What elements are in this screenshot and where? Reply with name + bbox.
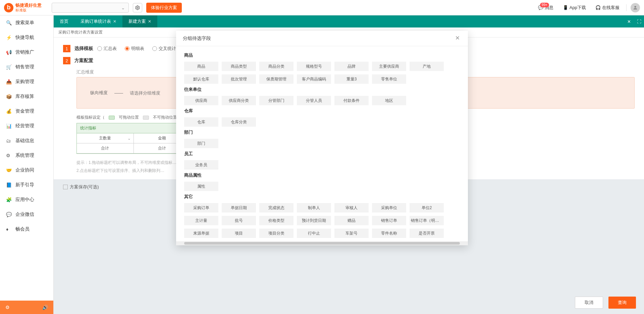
- field-group-title: 商品属性: [184, 172, 460, 178]
- field-group-title: 商品: [184, 52, 460, 58]
- field-chip[interactable]: 商品类型: [222, 62, 256, 71]
- field-chip[interactable]: 项目: [222, 229, 256, 238]
- modal-horizontal-scrollbar[interactable]: [176, 241, 468, 245]
- field-chip[interactable]: 商品分类: [259, 62, 293, 71]
- field-group-title: 其它: [184, 194, 460, 200]
- field-chip[interactable]: 批次管理: [222, 74, 256, 84]
- field-group: 员工业务员: [184, 151, 460, 170]
- field-chip[interactable]: 地区: [372, 96, 406, 105]
- field-group-title: 仓库: [184, 108, 460, 114]
- field-group: 部门部门: [184, 129, 460, 148]
- field-group: 商品属性属性: [184, 172, 460, 191]
- field-group: 其它采购订单单据日期完成状态制单人审核人采购单位单位2主计量批号价格类型预计到货…: [184, 194, 460, 238]
- field-chip[interactable]: 采购单位: [372, 203, 406, 212]
- field-chip[interactable]: 是否开票: [410, 229, 444, 238]
- field-chip[interactable]: 主计量: [184, 216, 218, 225]
- field-chip[interactable]: 审核人: [334, 203, 369, 212]
- field-group-title: 员工: [184, 151, 460, 157]
- field-chip[interactable]: 销售订单: [372, 216, 406, 225]
- field-chip[interactable]: 业务员: [184, 160, 218, 170]
- field-chip[interactable]: 供应商分类: [222, 96, 256, 105]
- field-chip[interactable]: 销售订单（明细）: [410, 216, 444, 225]
- field-chip[interactable]: 单位2: [410, 203, 444, 212]
- field-chip[interactable]: 采购订单: [184, 203, 218, 212]
- field-chip[interactable]: 完成状态: [259, 203, 293, 212]
- field-chip[interactable]: 单据日期: [222, 203, 256, 212]
- field-chip[interactable]: 零件名称: [372, 229, 406, 238]
- field-chip[interactable]: 客户商品编码: [297, 74, 331, 84]
- field-chip[interactable]: 品牌: [334, 62, 369, 71]
- field-chip[interactable]: 预计到货日期: [297, 216, 331, 225]
- field-chip[interactable]: 默认仓库: [184, 74, 218, 84]
- field-group: 商品商品商品类型商品分类规格型号品牌主要供应商产地默认仓库批次管理保质期管理客户…: [184, 52, 460, 84]
- field-chip[interactable]: 属性: [184, 182, 218, 191]
- field-group: 仓库仓库仓库分类: [184, 108, 460, 127]
- field-group-title: 往来单位: [184, 86, 460, 92]
- field-chip[interactable]: 分管人员: [297, 96, 331, 105]
- field-chip[interactable]: 主要供应商: [372, 62, 406, 71]
- field-chip[interactable]: 分管部门: [259, 96, 293, 105]
- field-chip[interactable]: 规格型号: [297, 62, 331, 71]
- field-group-title: 部门: [184, 129, 460, 135]
- modal-title: 分组待选字段: [183, 36, 211, 42]
- field-chip[interactable]: 行中止: [297, 229, 331, 238]
- modal-close-button[interactable]: [454, 34, 461, 43]
- close-icon: [455, 36, 460, 40]
- field-chip[interactable]: 价格类型: [259, 216, 293, 225]
- field-chip[interactable]: 赠品: [334, 216, 369, 225]
- field-chip[interactable]: 批号: [222, 216, 256, 225]
- field-chip[interactable]: 制单人: [297, 203, 331, 212]
- field-chip[interactable]: 产地: [410, 62, 444, 71]
- field-chip[interactable]: 项目分类: [259, 229, 293, 238]
- field-chip[interactable]: 仓库: [184, 117, 218, 127]
- field-chip[interactable]: 商品: [184, 62, 218, 71]
- field-chip[interactable]: 保质期管理: [259, 74, 293, 84]
- field-picker-modal: 分组待选字段 商品商品商品类型商品分类规格型号品牌主要供应商产地默认仓库批次管理…: [176, 31, 468, 245]
- modal-body[interactable]: 商品商品商品类型商品分类规格型号品牌主要供应商产地默认仓库批次管理保质期管理客户…: [176, 46, 468, 241]
- field-group: 往来单位供应商供应商分类分管部门分管人员付款条件地区: [184, 86, 460, 105]
- field-chip[interactable]: 部门: [184, 139, 218, 148]
- field-chip[interactable]: 车架号: [334, 229, 369, 238]
- field-chip[interactable]: 供应商: [184, 96, 218, 105]
- field-chip[interactable]: 付款条件: [334, 96, 369, 105]
- field-chip[interactable]: 零售单位: [372, 74, 406, 84]
- field-chip[interactable]: 仓库分类: [222, 117, 256, 127]
- field-chip[interactable]: 来源单据: [184, 229, 218, 238]
- field-chip[interactable]: 重量3: [334, 74, 369, 84]
